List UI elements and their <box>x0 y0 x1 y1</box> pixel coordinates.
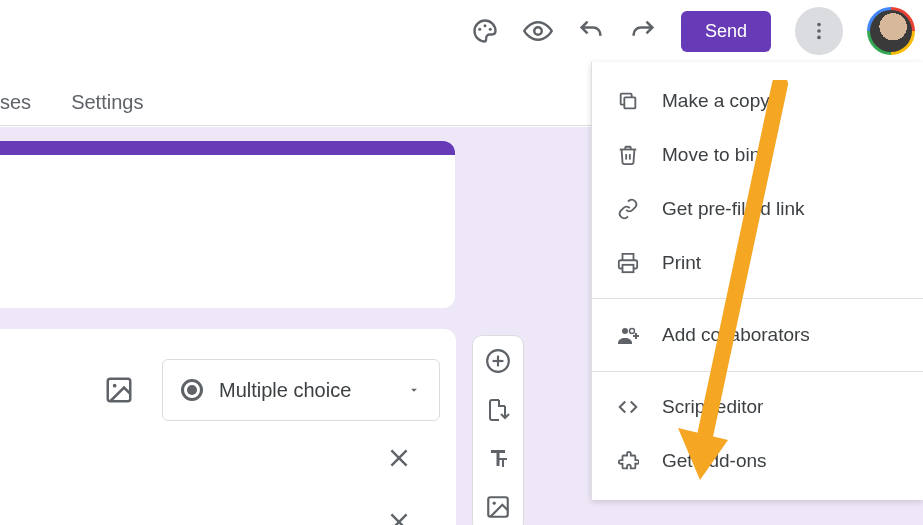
svg-point-4 <box>817 23 821 27</box>
menu-item-label: Script editor <box>662 396 763 418</box>
menu-item-prefilled-link[interactable]: Get pre-filled link <box>592 182 923 236</box>
svg-point-21 <box>622 328 628 334</box>
theme-icon[interactable] <box>471 17 499 45</box>
more-menu: Make a copy Move to bin Get pre-filled l… <box>591 62 923 500</box>
send-button[interactable]: Send <box>681 11 771 52</box>
preview-icon[interactable] <box>523 16 553 46</box>
add-question-icon[interactable] <box>485 348 511 374</box>
tab-responses[interactable]: ses <box>0 91 31 114</box>
menu-item-label: Print <box>662 252 701 274</box>
avatar[interactable] <box>867 7 915 55</box>
top-bar: Send <box>0 0 923 62</box>
add-image-icon[interactable] <box>485 494 511 520</box>
redo-icon[interactable] <box>629 17 657 45</box>
menu-item-label: Move to bin <box>662 144 760 166</box>
side-toolbar <box>472 335 524 525</box>
avatar-image <box>870 10 912 52</box>
question-top-row: Multiple choice <box>104 359 440 421</box>
remove-option-icon[interactable] <box>386 509 412 525</box>
form-header-card[interactable] <box>0 141 455 308</box>
question-type-select[interactable]: Multiple choice <box>162 359 440 421</box>
svg-point-3 <box>534 27 542 35</box>
svg-point-18 <box>493 502 496 505</box>
trash-icon <box>616 144 640 166</box>
menu-item-make-copy[interactable]: Make a copy <box>592 74 923 128</box>
menu-item-label: Get add-ons <box>662 450 767 472</box>
menu-item-label: Get pre-filled link <box>662 198 805 220</box>
image-icon[interactable] <box>104 375 134 405</box>
menu-item-print[interactable]: Print <box>592 236 923 290</box>
menu-item-add-collaborators[interactable]: Add collaborators <box>592 307 923 363</box>
add-people-icon <box>616 323 640 347</box>
link-icon <box>616 198 640 220</box>
extension-icon <box>616 450 640 472</box>
menu-item-label: Add collaborators <box>662 324 810 346</box>
question-type-label: Multiple choice <box>219 379 351 402</box>
menu-divider <box>592 298 923 299</box>
chevron-down-icon <box>407 383 421 397</box>
copy-icon <box>616 90 640 112</box>
undo-icon[interactable] <box>577 17 605 45</box>
more-menu-button[interactable] <box>795 7 843 55</box>
svg-rect-20 <box>623 265 634 272</box>
menu-item-label: Make a copy <box>662 90 770 112</box>
import-questions-icon[interactable] <box>486 398 510 422</box>
svg-rect-19 <box>624 97 635 108</box>
svg-point-5 <box>817 29 821 33</box>
remove-option-icon[interactable] <box>386 445 412 471</box>
svg-point-6 <box>817 36 821 40</box>
menu-item-script-editor[interactable]: Script editor <box>592 380 923 434</box>
question-card[interactable]: Multiple choice <box>0 329 456 525</box>
menu-item-move-to-bin[interactable]: Move to bin <box>592 128 923 182</box>
svg-point-8 <box>113 384 117 388</box>
svg-point-22 <box>630 329 635 334</box>
tab-settings[interactable]: Settings <box>71 91 143 114</box>
menu-divider <box>592 371 923 372</box>
svg-point-0 <box>478 28 481 31</box>
svg-point-2 <box>489 28 492 31</box>
add-title-icon[interactable] <box>486 446 510 470</box>
svg-point-1 <box>483 24 486 27</box>
menu-item-get-addons[interactable]: Get add-ons <box>592 434 923 488</box>
radio-icon <box>181 379 203 401</box>
print-icon <box>616 252 640 274</box>
code-icon <box>616 396 640 418</box>
